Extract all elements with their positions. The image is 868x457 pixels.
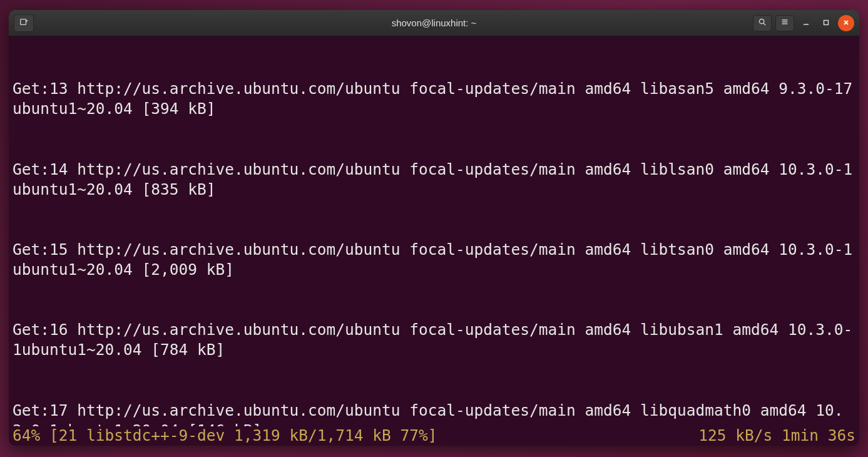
- minimize-icon: [802, 17, 810, 29]
- progress-left: 64% [21 libstdc++-9-dev 1,319 kB/1,714 k…: [13, 426, 437, 444]
- new-tab-icon: [19, 17, 28, 29]
- terminal-output[interactable]: Get:13 http://us.archive.ubuntu.com/ubun…: [9, 36, 859, 426]
- svg-rect-0: [21, 19, 26, 25]
- terminal-line: Get:15 http://us.archive.ubuntu.com/ubun…: [13, 240, 855, 280]
- minimize-button[interactable]: [798, 15, 814, 31]
- hamburger-menu-button[interactable]: [775, 15, 794, 31]
- svg-point-3: [759, 19, 763, 23]
- close-icon: [842, 17, 850, 29]
- titlebar[interactable]: shovon@linuxhint: ~: [9, 10, 859, 36]
- svg-rect-9: [824, 21, 829, 25]
- maximize-button[interactable]: [818, 15, 834, 31]
- svg-line-4: [763, 23, 765, 25]
- search-icon: [758, 17, 767, 29]
- window-title: shovon@linuxhint: ~: [9, 18, 859, 28]
- search-button[interactable]: [753, 15, 772, 31]
- maximize-icon: [822, 17, 830, 29]
- terminal-line: Get:14 http://us.archive.ubuntu.com/ubun…: [13, 160, 855, 200]
- terminal-window: shovon@linuxhint: ~: [9, 10, 859, 446]
- terminal-line: Get:13 http://us.archive.ubuntu.com/ubun…: [13, 79, 855, 119]
- terminal-line: Get:17 http://us.archive.ubuntu.com/ubun…: [13, 401, 855, 426]
- hamburger-icon: [780, 17, 789, 29]
- new-tab-button[interactable]: [14, 14, 34, 32]
- progress-right: 125 kB/s 1min 36s: [698, 426, 855, 444]
- close-button[interactable]: [838, 15, 854, 31]
- terminal-line: Get:16 http://us.archive.ubuntu.com/ubun…: [13, 320, 855, 360]
- apt-progress-line: 64% [21 libstdc++-9-dev 1,319 kB/1,714 k…: [9, 426, 859, 446]
